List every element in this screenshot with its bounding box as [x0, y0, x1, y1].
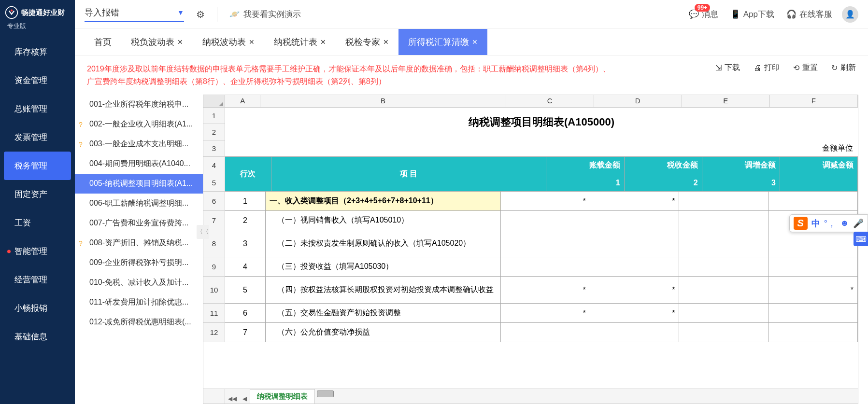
row-header[interactable]: 4 — [203, 157, 225, 174]
help-icon[interactable]: ? — [79, 239, 83, 247]
tab[interactable]: 税负波动表✕ — [121, 29, 193, 55]
form-list-item[interactable]: ?008-资产折旧、摊销及纳税... — [75, 233, 203, 253]
close-icon[interactable]: ✕ — [320, 38, 326, 46]
cell[interactable]: 1 — [546, 174, 624, 192]
cell[interactable]: 6 — [225, 304, 266, 323]
cell[interactable]: 税收金额 — [625, 157, 702, 174]
sheet-tab[interactable]: 纳税调整明细表 — [250, 389, 315, 404]
sidebar-item[interactable]: 固定资产 — [0, 180, 75, 209]
ime-toolbar[interactable]: S 中 °， ☻ 🎤 — [789, 214, 868, 232]
cell[interactable]: * — [501, 277, 590, 304]
ime-mic-icon[interactable]: 🎤 — [853, 218, 864, 229]
cell[interactable] — [679, 323, 768, 342]
avatar[interactable]: 👤 — [842, 6, 858, 23]
form-list-item[interactable]: 006-职工薪酬纳税调整明细... — [75, 194, 203, 213]
row-header[interactable]: 6 — [203, 192, 225, 211]
sheet-nav-first[interactable]: ◀◀ — [225, 394, 240, 404]
cell[interactable] — [679, 192, 768, 211]
cell[interactable]: * — [590, 277, 680, 304]
col-header[interactable]: B — [260, 95, 506, 108]
cell[interactable]: 2 — [625, 174, 702, 192]
refresh-button[interactable]: ↻刷新 — [831, 63, 856, 73]
cell[interactable] — [780, 174, 858, 192]
select-all-corner[interactable] — [203, 95, 225, 108]
row-header[interactable]: 10 — [203, 277, 225, 304]
cell[interactable]: （三）投资收益（填写A105030） — [266, 257, 501, 277]
close-icon[interactable]: ✕ — [249, 38, 255, 46]
cell[interactable]: （五）交易性金融资产初始投资调整 — [266, 304, 501, 323]
row-header[interactable]: 2 — [203, 124, 225, 140]
cell[interactable] — [501, 230, 590, 257]
ime-keyboard-icon[interactable]: ⌨ — [854, 232, 868, 246]
col-header[interactable]: A — [225, 95, 260, 108]
cell[interactable] — [768, 230, 858, 257]
cell[interactable] — [768, 304, 858, 323]
cell[interactable]: 账载金额 — [546, 157, 624, 174]
close-icon[interactable]: ✕ — [472, 38, 478, 46]
cell[interactable]: * — [501, 304, 590, 323]
sidebar-item[interactable]: 小畅报销 — [0, 294, 75, 322]
sidebar-item[interactable]: 智能管理 — [0, 237, 75, 265]
col-header[interactable]: C — [506, 95, 594, 108]
reset-button[interactable]: ⟲重置 — [793, 63, 818, 73]
cell[interactable]: 1 — [225, 192, 266, 211]
cell[interactable] — [590, 323, 680, 342]
sheet-body[interactable]: 12纳税调整项目明细表(A105000)3金额单位45行次项 目账载金额税收金额… — [203, 108, 858, 389]
sidebar-item[interactable]: 税务管理 — [4, 152, 71, 180]
tab[interactable]: 纳税统计表✕ — [264, 29, 336, 55]
sidebar-item[interactable]: 基础信息 — [0, 322, 75, 351]
cell[interactable]: 调减金额 — [780, 157, 858, 174]
sidebar-item[interactable]: 库存核算 — [0, 38, 75, 66]
cell[interactable]: 4 — [225, 257, 266, 277]
help-icon[interactable]: ? — [79, 140, 83, 148]
form-list-item[interactable]: 004-期间费用明细表(A1040... — [75, 154, 203, 174]
sidebar-item[interactable]: 总账管理 — [0, 95, 75, 123]
form-list[interactable]: 001-企业所得税年度纳税申...?002-一般企业收入明细表(A1...?00… — [75, 95, 203, 404]
cell[interactable] — [590, 257, 680, 277]
collapse-handle[interactable]: 〈〈 — [197, 225, 209, 239]
sidebar-item[interactable]: 经营管理 — [0, 265, 75, 294]
tab[interactable]: 纳税波动表✕ — [193, 29, 264, 55]
col-header[interactable]: E — [682, 95, 770, 108]
messages-button[interactable]: 99+ 💬 消息 — [689, 9, 718, 20]
row-header[interactable]: 5 — [203, 174, 225, 192]
app-download-button[interactable]: 📱 App下载 — [730, 9, 774, 20]
import-dropdown[interactable]: 导入报错 ▼ — [85, 7, 184, 22]
scrollbar-thumb[interactable] — [317, 390, 334, 397]
form-list-item[interactable]: ?002-一般企业收入明细表(A1... — [75, 114, 203, 134]
cell[interactable] — [768, 257, 858, 277]
form-list-item[interactable]: 011-研发费用加计扣除优惠... — [75, 293, 203, 312]
ime-lang[interactable]: 中 — [811, 218, 820, 229]
form-list-item[interactable]: 005-纳税调整项目明细表(A1... — [75, 174, 203, 194]
help-icon[interactable]: ? — [79, 121, 83, 128]
close-icon[interactable]: ✕ — [177, 38, 183, 46]
form-list-item[interactable]: 012-减免所得税优惠明细表(... — [75, 312, 203, 332]
form-list-item[interactable]: 001-企业所得税年度纳税申... — [75, 95, 203, 114]
cell[interactable]: 调增金额 — [702, 157, 780, 174]
cell[interactable]: * — [768, 277, 858, 304]
cell[interactable] — [768, 323, 858, 342]
cell[interactable]: 7 — [225, 323, 266, 342]
form-list-item[interactable]: 009-企业所得税弥补亏损明... — [75, 253, 203, 273]
form-list-item[interactable]: ?003-一般企业成本支出明细... — [75, 134, 203, 154]
row-header[interactable]: 11 — [203, 304, 225, 323]
ime-emoji-icon[interactable]: ☻ — [840, 218, 849, 228]
cell[interactable]: （一）视同销售收入（填写A105010） — [266, 211, 501, 230]
cell[interactable]: （四）按权益法核算长期股权投资对初始投资成本调整确认收益 — [266, 277, 501, 304]
cell[interactable] — [768, 192, 858, 211]
col-header[interactable]: D — [594, 95, 682, 108]
sidebar-item[interactable]: 资金管理 — [0, 66, 75, 95]
download-button[interactable]: ⇲下载 — [715, 63, 740, 73]
cell[interactable]: （六）公允价值变动净损益 — [266, 323, 501, 342]
ime-punct-icon[interactable]: °， — [824, 218, 836, 229]
close-icon[interactable]: ✕ — [383, 38, 389, 46]
sheet-nav-prev[interactable]: ◀ — [240, 394, 250, 404]
cell[interactable] — [590, 230, 680, 257]
cell[interactable] — [679, 211, 768, 230]
row-header[interactable]: 9 — [203, 257, 225, 277]
cell[interactable]: 项 目 — [271, 157, 546, 192]
cell[interactable] — [679, 257, 768, 277]
cell[interactable] — [501, 323, 590, 342]
cell[interactable] — [501, 211, 590, 230]
cell[interactable]: 一、收入类调整项目（2+3+4+5+6+7+8+10+11） — [266, 192, 501, 211]
